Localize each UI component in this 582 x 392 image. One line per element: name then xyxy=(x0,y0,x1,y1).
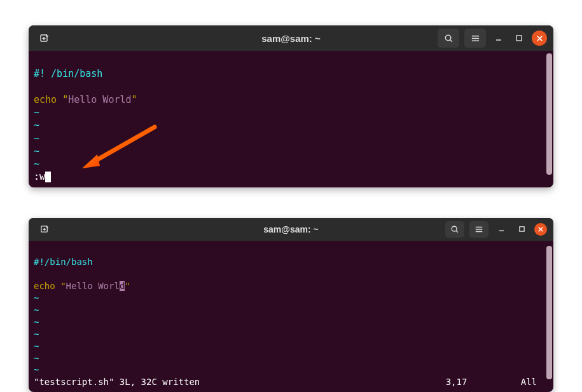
empty-line-tilde: ~ xyxy=(34,133,39,144)
search-button[interactable] xyxy=(438,29,459,48)
empty-line-tilde: ~ xyxy=(34,305,39,315)
svg-rect-2 xyxy=(516,36,522,41)
maximize-button[interactable] xyxy=(514,222,529,237)
empty-line-tilde: ~ xyxy=(34,341,39,351)
maximize-icon xyxy=(515,34,523,42)
hamburger-menu-button[interactable] xyxy=(469,221,488,238)
scrollbar[interactable] xyxy=(546,246,552,380)
empty-line-tilde: ~ xyxy=(34,353,39,363)
open-quote: " xyxy=(62,94,68,105)
empty-line-tilde: ~ xyxy=(34,293,39,303)
string-content: Hello World xyxy=(68,94,131,105)
command-colon: : xyxy=(34,171,39,182)
new-tab-button[interactable] xyxy=(35,30,54,46)
shebang-line: #! /bin/bash xyxy=(34,68,102,79)
open-quote: " xyxy=(60,281,66,291)
empty-line-tilde: ~ xyxy=(34,329,39,339)
titlebar: sam@sam: ~ xyxy=(29,25,553,51)
search-button[interactable] xyxy=(445,221,464,238)
empty-line-tilde: ~ xyxy=(34,119,39,131)
empty-line-tilde: ~ xyxy=(34,107,39,118)
empty-line-tilde: ~ xyxy=(34,145,39,157)
empty-line-tilde: ~ xyxy=(34,158,39,170)
empty-line-tilde: ~ xyxy=(34,365,39,375)
terminal-window-2: sam@sam: ~ #!/bin/bash echo "Hello World… xyxy=(29,218,553,393)
close-button[interactable] xyxy=(534,223,547,236)
status-position: 3,17 xyxy=(446,377,468,387)
terminal-content[interactable]: #!/bin/bash echo "Hello World" ~ ~ ~ ~ ~… xyxy=(29,241,553,393)
new-tab-icon xyxy=(39,33,50,43)
svg-point-4 xyxy=(452,226,457,231)
hamburger-icon xyxy=(475,225,483,234)
svg-rect-5 xyxy=(519,227,523,231)
new-tab-button[interactable] xyxy=(35,221,54,238)
minimize-icon xyxy=(495,34,502,42)
terminal-window-1: sam@sam: ~ #! /bin/bash echo "Hello Worl… xyxy=(29,25,553,187)
empty-line-tilde: ~ xyxy=(34,317,39,327)
status-view: All xyxy=(521,377,537,387)
maximize-button[interactable] xyxy=(511,30,527,46)
scrollbar[interactable] xyxy=(546,53,552,175)
minimize-button[interactable] xyxy=(491,30,506,46)
shebang-line: #!/bin/bash xyxy=(34,257,93,267)
new-tab-icon xyxy=(40,224,50,234)
terminal-content[interactable]: #! /bin/bash echo "Hello World" ~ ~ ~ ~ … xyxy=(29,51,553,187)
close-quote: " xyxy=(132,94,137,105)
hamburger-icon xyxy=(471,34,480,43)
cursor xyxy=(45,172,51,182)
vim-status-line: "testscript.sh" 3L, 32C written3,17 All xyxy=(34,376,548,388)
minimize-icon xyxy=(498,226,505,233)
search-icon xyxy=(444,34,454,43)
maximize-icon xyxy=(518,226,525,233)
hamburger-menu-button[interactable] xyxy=(464,29,486,48)
svg-point-1 xyxy=(445,35,450,40)
echo-keyword: echo xyxy=(34,94,57,105)
status-file-info: "testscript.sh" 3L, 32C written xyxy=(34,376,200,388)
close-icon xyxy=(537,226,544,233)
string-pre: Hello Worl xyxy=(66,281,120,291)
command-text: w xyxy=(39,171,45,182)
vim-command-line: :w xyxy=(34,171,51,182)
close-icon xyxy=(536,35,543,42)
search-icon xyxy=(450,225,459,234)
minimize-button[interactable] xyxy=(494,222,509,237)
titlebar: sam@sam: ~ xyxy=(29,218,553,241)
close-quote: " xyxy=(125,281,130,291)
close-button[interactable] xyxy=(532,30,547,46)
echo-keyword: echo xyxy=(34,281,55,291)
